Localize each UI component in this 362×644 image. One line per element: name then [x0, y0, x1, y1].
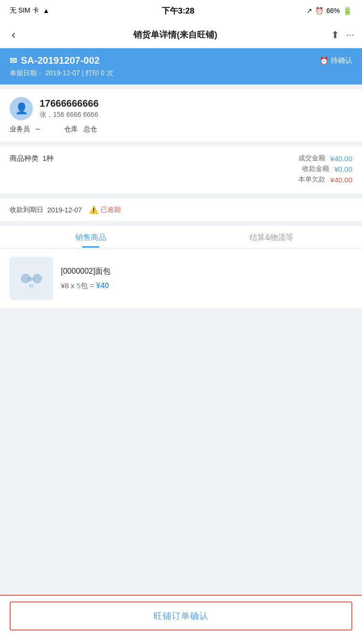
nav-right-actions: ⬆ ··· [331, 29, 354, 41]
content-spacer [0, 308, 362, 405]
customer-phone: 17666666666 [40, 98, 98, 109]
overdue-badge: ⚠️ 已逾期 [89, 205, 121, 214]
tabs-bar: 销售商品 结算&物流等 [0, 226, 362, 248]
status-text: 待确认 [331, 56, 352, 65]
bottom-bar: 旺铺订单确认 [0, 595, 362, 644]
customer-card: 👤 17666666666 张，156 6666 6666 业务员 -- 仓库 … [0, 89, 362, 141]
customer-info: 17666666666 张，156 6666 6666 [40, 98, 98, 119]
tab-sales-label: 销售商品 [75, 233, 106, 241]
owed-amount-value: ¥40.00 [330, 176, 352, 184]
order-header-banner: ✉ SA-20191207-002 ⏰ 待确认 单据日期： 2019-12-07… [0, 48, 362, 84]
avatar: 👤 [10, 97, 33, 120]
order-date-value: 2019-12-07 [45, 69, 80, 77]
product-qty: 5 [77, 281, 81, 290]
more-button[interactable]: ··· [346, 29, 354, 40]
category-value: 1种 [42, 154, 54, 163]
deal-amount-value: ¥40.00 [330, 154, 352, 163]
customer-name: 张，156 6666 6666 [40, 111, 98, 119]
avatar-icon: 👤 [15, 102, 28, 115]
received-amount-value: ¥0.00 [334, 165, 352, 173]
svg-text:野: 野 [29, 284, 34, 289]
svg-text:野+: 野+ [28, 277, 35, 282]
staff-label: 业务员 [10, 125, 30, 133]
page-title: 销货单详情(来自旺铺) [133, 29, 217, 41]
warehouse-value: 总仓 [84, 125, 97, 133]
order-status-badge: ⏰ 待确认 [320, 56, 352, 65]
due-date-card: 收款到期日 2019-12-07 ⚠️ 已逾期 [0, 198, 362, 221]
date-label: 单据日期： [10, 69, 43, 77]
category-label: 商品种类 [10, 154, 39, 163]
owed-amount-row: 本单欠款 ¥40.00 [298, 175, 352, 184]
deal-amount-label: 成交金额 [298, 154, 325, 163]
battery-icon: 🔋 [343, 6, 352, 15]
received-amount-row: 收款金额 ¥0.00 [298, 165, 352, 173]
tab-settlement-label: 结算&物流等 [250, 233, 293, 241]
order-id-row: ✉ SA-20191207-002 [10, 55, 99, 66]
print-label: | 打印 [82, 69, 99, 77]
product-item: 野 野+ [0000002]面包 ¥8 x 5包 = ¥40 [0, 249, 362, 308]
status-right: ↗ ⏰ 66% 🔋 [306, 6, 352, 15]
amount-info: 成交金额 ¥40.00 收款金额 ¥0.00 本单欠款 ¥40.00 [298, 154, 352, 186]
category-info: 商品种类 1种 [10, 154, 54, 163]
deal-amount-row: 成交金额 ¥40.00 [298, 154, 352, 163]
location-icon: ↗ [306, 7, 312, 14]
stats-card: 商品种类 1种 成交金额 ¥40.00 收款金额 ¥0.00 本单欠款 ¥40.… [0, 146, 362, 194]
wifi-icon: ▲ [43, 7, 50, 14]
nav-bar: ‹ 销货单详情(来自旺铺) ⬆ ··· [0, 21, 362, 48]
alarm-icon: ⏰ [315, 7, 323, 14]
status-bar: 无 SIM 卡 ▲ 下午3:28 ↗ ⏰ 66% 🔋 [0, 0, 362, 21]
owed-label: 本单欠款 [298, 175, 325, 184]
confirm-order-button[interactable]: 旺铺订单确认 [10, 602, 352, 630]
staff-item: 业务员 -- [10, 125, 40, 134]
battery-text: 66% [326, 7, 340, 14]
back-button[interactable]: ‹ [8, 24, 19, 45]
no-sim-text: 无 SIM 卡 [10, 6, 39, 15]
overdue-text: 已逾期 [100, 206, 121, 214]
product-price-row: ¥8 x 5包 = ¥40 [61, 281, 111, 291]
product-details: [0000002]面包 ¥8 x 5包 = ¥40 [61, 266, 111, 291]
warning-icon: ⚠️ [89, 205, 98, 214]
warehouse-label: 仓库 [64, 125, 78, 133]
product-thumb-img: 野 野+ [17, 266, 46, 291]
order-date-row: 单据日期： 2019-12-07 | 打印 0 次 [10, 69, 352, 78]
customer-meta: 业务员 -- 仓库 总仓 [10, 125, 352, 134]
print-unit: 次 [107, 69, 113, 77]
tab-settlement[interactable]: 结算&物流等 [181, 226, 362, 248]
due-date-value: 2019-12-07 [47, 206, 82, 214]
order-icon: ✉ [10, 56, 17, 66]
equals-sign: = [88, 281, 96, 290]
warehouse-item: 仓库 总仓 [64, 125, 97, 134]
status-left: 无 SIM 卡 ▲ [10, 6, 50, 15]
price-prefix: ¥8 x [61, 281, 77, 290]
product-thumbnail: 野 野+ [10, 257, 53, 300]
order-id-text: SA-20191207-002 [21, 55, 99, 66]
share-button[interactable]: ⬆ [331, 29, 339, 41]
tab-sales-products[interactable]: 销售商品 [0, 226, 181, 248]
product-name: [0000002]面包 [61, 266, 111, 277]
received-label: 收款金额 [302, 165, 329, 173]
customer-row: 👤 17666666666 张，156 6666 6666 [10, 97, 352, 120]
status-time: 下午3:28 [162, 5, 195, 16]
print-count: 0 [101, 69, 105, 77]
qty-unit: 包 [81, 281, 88, 290]
staff-value: -- [36, 125, 40, 133]
status-clock-icon: ⏰ [320, 56, 329, 65]
product-total: ¥40 [96, 281, 109, 290]
due-date-label: 收款到期日 [10, 206, 43, 214]
